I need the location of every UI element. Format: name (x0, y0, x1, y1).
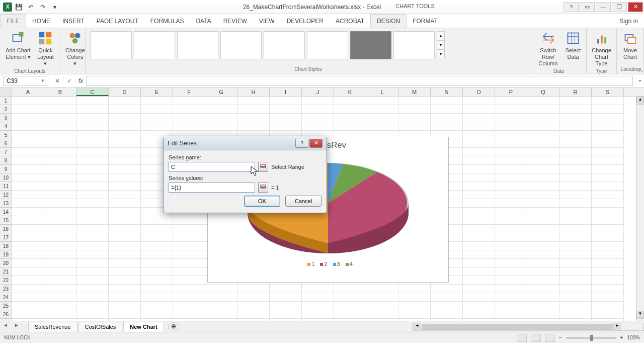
row-header[interactable]: 17 (0, 233, 12, 242)
style-thumb-4[interactable] (220, 31, 262, 59)
sheet-nav-prev-icon[interactable]: ◄ (0, 322, 11, 331)
worksheet-grid[interactable]: A B C D E F G H I J K L M N O P Q R S 12… (0, 87, 644, 321)
col-header[interactable]: A (12, 87, 44, 96)
redo-icon[interactable]: ↷ (37, 2, 48, 13)
row-header[interactable]: 6 (0, 139, 12, 148)
row-header[interactable]: 20 (0, 259, 12, 267)
change-chart-type-button[interactable]: Change Chart Type (590, 29, 613, 68)
select-data-button[interactable]: Select Data (563, 29, 583, 61)
tab-page-layout[interactable]: PAGE LAYOUT (91, 14, 144, 28)
col-header[interactable]: E (141, 87, 173, 96)
row-header[interactable]: 2 (0, 105, 12, 114)
row-header[interactable]: 14 (0, 208, 12, 216)
scroll-up-icon[interactable]: ▲ (636, 97, 644, 105)
row-header[interactable]: 13 (0, 199, 12, 208)
tab-home[interactable]: HOME (26, 14, 56, 28)
new-sheet-icon[interactable]: ⊕ (168, 322, 179, 331)
row-header[interactable]: 7 (0, 148, 12, 156)
zoom-out-icon[interactable]: − (559, 335, 562, 340)
collapse-ribbon-icon[interactable]: ᐱ (638, 67, 642, 73)
col-header[interactable]: N (431, 87, 463, 96)
save-icon[interactable]: 💾 (13, 2, 24, 13)
row-header[interactable]: 25 (0, 302, 12, 310)
dialog-titlebar[interactable]: Edit Series ? ✕ (164, 136, 327, 150)
add-chart-element-button[interactable]: Add Chart Element ▾ (3, 29, 33, 61)
col-header[interactable]: P (495, 87, 527, 96)
enter-entry-icon[interactable]: ✓ (63, 76, 75, 86)
vertical-scrollbar[interactable]: ▲ ▼ (636, 97, 644, 321)
minimize-button[interactable]: — (596, 2, 611, 12)
tab-file[interactable]: FILE (0, 14, 26, 28)
col-header[interactable]: O (463, 87, 495, 96)
tab-formulas[interactable]: FORMULAS (144, 14, 190, 28)
tab-insert[interactable]: INSERT (56, 14, 91, 28)
chart-legend[interactable]: 1 2 3 4 (208, 261, 448, 267)
zoom-slider[interactable] (566, 337, 616, 339)
gallery-up-icon[interactable]: ▲ (437, 31, 445, 40)
series-name-input[interactable] (169, 162, 255, 172)
tab-acrobat[interactable]: ACROBAT (330, 14, 370, 28)
dialog-close-icon[interactable]: ✕ (309, 139, 323, 148)
tab-data[interactable]: DATA (190, 14, 217, 28)
series-values-input[interactable] (169, 183, 255, 193)
tab-format[interactable]: FORMAT (407, 14, 444, 28)
change-colors-button[interactable]: Change Colors ▾ (63, 29, 87, 68)
namebox-dropdown-icon[interactable]: ▼ (41, 78, 45, 83)
fx-icon[interactable]: fx (75, 77, 86, 84)
col-header[interactable]: C (76, 87, 109, 96)
row-header[interactable]: 22 (0, 276, 12, 285)
row-header[interactable]: 18 (0, 242, 12, 250)
ribbon-options-icon[interactable]: ▭ (580, 2, 595, 12)
sheet-tab-salesrevenue[interactable]: SalesRevenue (28, 322, 77, 332)
col-header[interactable]: F (173, 87, 205, 96)
row-header[interactable]: 21 (0, 267, 12, 276)
style-thumb-3[interactable] (177, 31, 218, 59)
tab-design[interactable]: DESIGN (370, 14, 407, 28)
sheet-tab-newchart[interactable]: New Chart (123, 322, 164, 332)
collapse-dialog-icon[interactable] (258, 183, 268, 193)
help-icon[interactable]: ? (564, 2, 579, 12)
style-thumb-2[interactable] (134, 31, 175, 59)
col-header[interactable]: K (334, 87, 366, 96)
maximize-button[interactable]: ❐ (612, 2, 627, 12)
dialog-help-icon[interactable]: ? (295, 139, 308, 148)
style-thumb-8[interactable] (393, 31, 435, 59)
scroll-right-icon[interactable]: ► (613, 323, 621, 330)
formula-input[interactable] (86, 76, 633, 86)
row-header[interactable]: 16 (0, 225, 12, 233)
gallery-more-icon[interactable]: ▾ (437, 49, 445, 58)
sheet-nav-next-icon[interactable]: ► (11, 322, 22, 331)
row-header[interactable]: 23 (0, 285, 12, 293)
col-header[interactable]: Q (527, 87, 559, 96)
col-header[interactable]: I (270, 87, 302, 96)
col-header[interactable]: J (302, 87, 334, 96)
scroll-left-icon[interactable]: ◄ (413, 323, 421, 330)
quick-layout-button[interactable]: Quick Layout ▾ (34, 29, 57, 68)
style-thumb-5[interactable] (264, 31, 305, 59)
name-box[interactable]: C33▼ (3, 76, 48, 86)
cancel-entry-icon[interactable]: ✕ (51, 76, 63, 86)
zoom-level[interactable]: 100% (627, 335, 640, 340)
scroll-down-icon[interactable]: ▼ (636, 311, 644, 319)
sign-in-link[interactable]: Sign in (613, 14, 644, 28)
ok-button[interactable]: OK (244, 196, 280, 207)
row-header[interactable]: 26 (0, 310, 12, 319)
qat-customize-icon[interactable]: ▾ (49, 2, 60, 13)
page-layout-view-icon[interactable] (531, 334, 541, 342)
close-button[interactable]: ✕ (628, 2, 643, 12)
zoom-in-icon[interactable]: + (620, 335, 623, 340)
row-header[interactable]: 5 (0, 131, 12, 139)
col-header[interactable]: L (366, 87, 398, 96)
row-header[interactable]: 9 (0, 165, 12, 173)
cancel-button[interactable]: Cancel (285, 196, 321, 207)
col-header[interactable]: D (109, 87, 141, 96)
move-chart-button[interactable]: Move Chart (620, 29, 640, 61)
col-header[interactable]: S (592, 87, 624, 96)
col-header[interactable]: M (398, 87, 431, 96)
style-thumb-6[interactable] (307, 31, 348, 59)
col-header[interactable]: G (205, 87, 237, 96)
col-header[interactable]: B (44, 87, 76, 96)
select-all-corner[interactable] (0, 87, 12, 96)
tab-developer[interactable]: DEVELOPER (281, 14, 330, 28)
expand-formula-bar-icon[interactable]: ▾ (636, 78, 644, 83)
